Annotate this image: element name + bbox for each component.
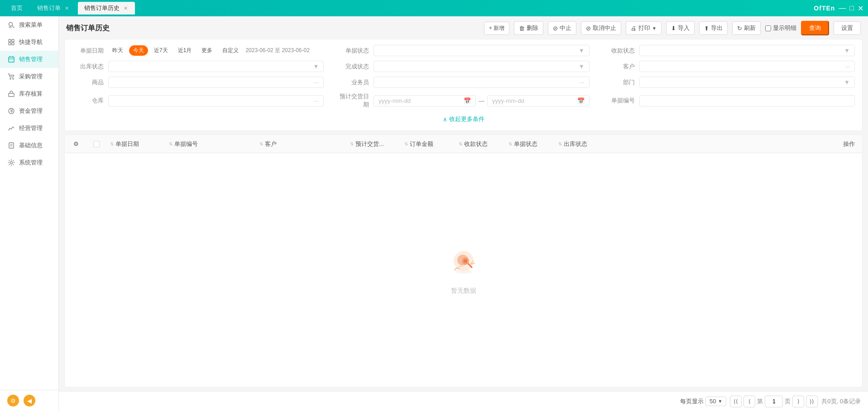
date-btn-1month[interactable]: 近1月 — [174, 45, 196, 56]
refresh-icon: ↻ — [737, 25, 742, 32]
payment-status-select[interactable]: ▼ — [639, 45, 855, 56]
date-quick-btns: 昨天 今天 近7天 近1月 更多 自定义 — [108, 45, 243, 56]
out-status-select[interactable]: ▼ — [108, 61, 324, 72]
filter-col-dept: 部门 ▼ — [603, 77, 855, 88]
date-btn-yesterday[interactable]: 昨天 — [108, 45, 127, 56]
delete-icon: 🗑 — [519, 25, 525, 32]
last-page-btn[interactable]: ⟩⟩ — [806, 396, 818, 407]
sidebar-collapse-icon[interactable]: ◀ — [24, 395, 35, 406]
date-btn-7days[interactable]: 近7天 — [150, 45, 172, 56]
query-button[interactable]: 查询 — [801, 21, 829, 35]
docno-input[interactable] — [639, 95, 855, 106]
page-size-chevron: ▼ — [718, 399, 722, 404]
stop-button[interactable]: ⊘ 中止 — [548, 21, 576, 35]
date-btn-today[interactable]: 今天 — [129, 45, 148, 56]
base-info-icon — [7, 141, 15, 150]
delete-button[interactable]: 🗑 🗑 删除 删除 — [514, 21, 543, 35]
print-icon: 🖨 — [631, 25, 637, 32]
th-status[interactable]: ⇅ 单据状态 — [504, 140, 554, 148]
prev-page-btn[interactable]: ⟨ — [743, 396, 755, 407]
warehouse-input[interactable]: ··· — [108, 95, 324, 106]
first-page-btn[interactable]: ⟨⟨ — [730, 396, 742, 407]
date-label: 单据日期 — [72, 47, 108, 55]
delivery-date-label: 预计交货日期 — [337, 92, 374, 109]
filter-row-3: 商品 ··· 业务员 ··· — [72, 77, 855, 88]
salesman-label: 业务员 — [337, 78, 374, 87]
filter-row-4: 仓库 ··· 预计交货日期 yyyy-mm-dd 📅 — [72, 92, 855, 109]
sidebar-item-operations[interactable]: 经营管理 — [0, 120, 58, 137]
svg-point-12 — [10, 78, 11, 79]
delivery-date-end-text: yyyy-mm-dd — [492, 97, 524, 104]
next-page-btn[interactable]: ⟩ — [792, 396, 804, 407]
sidebar-item-quick-nav[interactable]: 快捷导航 — [0, 34, 58, 51]
page-header: 销售订单历史 + 新增 🗑 🗑 删除 删除 ⊘ 中止 ⊘ 取消中止 — [59, 16, 868, 39]
dept-label: 部门 — [603, 78, 639, 87]
th-payment[interactable]: ⇅ 收款状态 — [454, 140, 504, 148]
window-maximize[interactable]: □ — [849, 4, 854, 12]
th-ops: 操作 — [604, 140, 862, 148]
header-checkbox[interactable] — [93, 141, 100, 147]
sidebar-item-finance[interactable]: ¥ 资金管理 — [0, 102, 58, 120]
sort-out-icon: ⇅ — [558, 141, 562, 146]
th-date[interactable]: ⇅ 单据日期 — [106, 140, 164, 148]
window-close[interactable]: ✕ — [858, 4, 863, 13]
sidebar-item-purchase[interactable]: 采购管理 — [0, 68, 58, 85]
th-docno[interactable]: ⇅ 单据编号 — [164, 140, 255, 148]
complete-status-select[interactable]: ▼ — [374, 61, 589, 72]
new-button[interactable]: + 新增 — [484, 22, 509, 35]
svg-line-1 — [12, 26, 14, 28]
svg-text:¥: ¥ — [10, 107, 14, 114]
goods-input[interactable]: ··· — [108, 77, 324, 88]
tab-sales-order-history-close[interactable]: ✕ — [122, 5, 129, 11]
svg-point-22 — [456, 269, 472, 274]
sidebar-item-base-info[interactable]: 基础信息 — [0, 137, 58, 154]
sidebar-settings-icon[interactable]: ⚙ — [7, 395, 19, 406]
tab-sales-order-close[interactable]: ✕ — [63, 5, 70, 11]
th-customer[interactable]: ⇅ 客户 — [255, 140, 345, 148]
operations-icon — [7, 124, 15, 132]
tab-sales-order[interactable]: 销售订单 ✕ — [31, 2, 76, 15]
display-dense-label: 显示明细 — [773, 24, 796, 32]
export-button[interactable]: ⬆ 导出 — [699, 21, 728, 35]
th-out[interactable]: ⇅ 出库状态 — [554, 140, 604, 148]
cancel-stop-button[interactable]: ⊘ 取消中止 — [581, 21, 621, 35]
sidebar-item-inventory[interactable]: 库存核算 — [0, 85, 58, 102]
display-dense-toggle[interactable]: 显示明细 — [765, 24, 796, 32]
quick-nav-icon — [7, 38, 15, 46]
th-delivery[interactable]: ⇅ 预计交货... — [345, 140, 400, 148]
th-amount[interactable]: ⇅ 订单金额 — [400, 140, 454, 148]
dept-select[interactable]: ▼ — [639, 77, 855, 88]
top-bar: 首页 销售订单 ✕ 销售订单历史 ✕ OfTEn — □ ✕ — [0, 0, 868, 16]
sidebar-item-search-menu[interactable]: 搜索菜单 — [0, 16, 58, 34]
customer-input[interactable]: ··· — [639, 61, 855, 72]
print-button[interactable]: 🖨 打印 ▼ — [626, 21, 662, 35]
page-size-label: 每页显示 — [680, 397, 704, 406]
salesman-input[interactable]: ··· — [374, 77, 589, 88]
page-number-input[interactable] — [765, 396, 783, 407]
page-size-dropdown[interactable]: 50 ▼ — [705, 396, 726, 406]
tab-home[interactable]: 首页 — [5, 2, 29, 15]
bill-status-select[interactable]: ▼ — [374, 45, 589, 56]
sidebar-item-system[interactable]: 系统管理 — [0, 154, 58, 171]
sidebar-item-sales[interactable]: 销售管理 — [0, 51, 58, 68]
date-btn-more[interactable]: 更多 — [197, 45, 216, 56]
table-container: ⚙ ⇅ 单据日期 ⇅ 单据编号 ⇅ 客户 — [64, 135, 863, 387]
content-area: 销售订单历史 + 新增 🗑 🗑 删除 删除 ⊘ 中止 ⊘ 取消中止 — [59, 16, 868, 411]
delivery-date-start[interactable]: yyyy-mm-dd 📅 — [374, 95, 476, 106]
th-gear[interactable]: ⚙ — [65, 140, 87, 147]
sort-delivery-icon: ⇅ — [350, 141, 354, 146]
top-bar-right: OfTEn — □ ✕ — [814, 4, 863, 13]
svg-rect-5 — [12, 39, 14, 42]
window-minimize[interactable]: — — [839, 4, 846, 12]
filter-panel: 单据日期 昨天 今天 近7天 近1月 更多 自定义 2023-06-02 至 2… — [64, 39, 863, 131]
collapse-link[interactable]: ∧ 收起更多条件 — [72, 113, 855, 125]
delivery-date-end[interactable]: yyyy-mm-dd 📅 — [487, 95, 590, 106]
import-button[interactable]: ⬇ 导入 — [666, 21, 695, 35]
date-btn-custom[interactable]: 自定义 — [218, 45, 243, 56]
tab-sales-order-history[interactable]: 销售订单历史 ✕ — [78, 2, 135, 15]
th-checkbox[interactable] — [87, 141, 106, 147]
refresh-button[interactable]: ↻ 刷新 — [732, 21, 761, 35]
display-dense-checkbox[interactable] — [765, 25, 771, 31]
filter-col-bill-status: 单据状态 ▼ — [337, 45, 589, 56]
settings-button[interactable]: 设置 — [834, 21, 861, 35]
